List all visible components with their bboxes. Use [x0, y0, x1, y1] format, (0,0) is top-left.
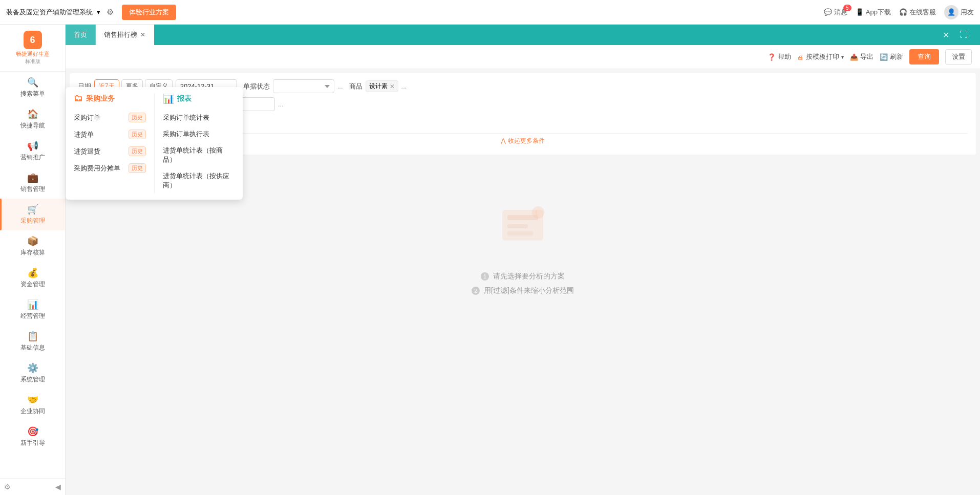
product-tag-close-icon[interactable]: ✕ [390, 83, 395, 90]
guide-icon: 🎯 [27, 426, 38, 437]
app-download-label: App下载 [866, 8, 891, 17]
sidebar-item-quicknav[interactable]: 🏠 快捷导航 [0, 103, 65, 135]
product-tag-text: 设计素 [369, 82, 388, 91]
sidebar-item-system[interactable]: ⚙️ 系统管理 [0, 357, 65, 389]
system-dropdown-trigger[interactable]: ▾ [97, 8, 100, 16]
export-button[interactable]: 📤 导出 [850, 52, 874, 61]
product-tag: 设计素 ✕ [366, 80, 398, 92]
product-label: 商品 [349, 82, 363, 91]
dropdown-item-stock-in-stats-supplier[interactable]: 进货单统计表（按供应商） [161, 168, 237, 193]
logo-icon: 6 [24, 31, 42, 49]
export-icon: 📤 [850, 53, 858, 61]
sidebar-item-basic[interactable]: 📋 基础信息 [0, 326, 65, 357]
basic-icon: 📋 [27, 331, 38, 342]
dropdown-item-stock-in-stats-product-label: 进货单统计表（按商品） [163, 146, 235, 164]
dropdown-item-stock-in-label: 进货单 [74, 130, 94, 139]
sidebar-item-sales[interactable]: 💼 销售管理 [0, 167, 65, 199]
trial-button[interactable]: 体验行业方案 [122, 5, 176, 20]
tab-expand-icon[interactable]: ⛶ [960, 30, 974, 39]
sidebar-collapse-btn[interactable]: ◀ [55, 483, 61, 491]
dropdown-section-purchase-business: 🗂 采购业务 采购订单 历史 进货单 历史 进货退货 历史 采购费用分摊单 历史 [66, 93, 155, 193]
message-badge: 5 [843, 5, 851, 11]
help-label: 帮助 [778, 52, 791, 61]
dropdown-item-purchase-order-exec[interactable]: 采购订单执行表 [161, 126, 237, 142]
sidebar-label-basic: 基础信息 [20, 343, 45, 352]
sidebar-item-finance[interactable]: 💰 资金管理 [0, 262, 65, 294]
dropdown-item-purchase-expense-badge: 历史 [129, 163, 146, 173]
help-button[interactable]: ❓ 帮助 [768, 52, 791, 61]
reports-icon: 📊 [163, 93, 174, 104]
dropdown-item-purchase-order[interactable]: 采购订单 历史 [72, 109, 148, 126]
message-icon-item[interactable]: 💬 消息 5 [824, 8, 847, 17]
sidebar-label-operation: 经营管理 [20, 312, 45, 320]
dropdown-section-1-label: 采购业务 [86, 94, 115, 103]
sidebar-item-purchase[interactable]: 🛒 采购管理 [0, 199, 65, 230]
sidebar-settings-btn[interactable]: ⚙ [4, 483, 11, 491]
page-toolbar: ❓ 帮助 🖨 按模板打印 ▾ 📤 导出 🔄 刷新 [66, 45, 980, 69]
sidebar-item-marketing[interactable]: 📢 营销推广 [0, 135, 65, 167]
sidebar-item-operation[interactable]: 📊 经营管理 [0, 294, 65, 326]
sidebar-label-sales: 销售管理 [20, 185, 45, 193]
user-item[interactable]: 👤 用友 [944, 5, 974, 19]
settings-button[interactable]: 设置 [945, 49, 972, 64]
svg-rect-2 [507, 224, 528, 228]
inventory-icon: 📦 [27, 235, 38, 247]
online-service-item[interactable]: 🎧 在线客服 [899, 8, 936, 17]
svg-rect-3 [507, 231, 533, 235]
purchase-icon: 🛒 [27, 204, 38, 215]
sidebar-item-search[interactable]: 🔍 搜索菜单 [0, 72, 65, 103]
sidebar-bottom: ⚙ ◀ [0, 478, 65, 495]
tab-close-icon[interactable]: ✕ [140, 31, 145, 38]
sidebar-item-enterprise[interactable]: 🤝 企业协同 [0, 389, 65, 421]
dropdown-item-purchase-order-stats[interactable]: 采购订单统计表 [161, 110, 237, 126]
tab-home[interactable]: 首页 [66, 25, 96, 45]
marketing-icon: 📢 [27, 140, 38, 152]
collapse-text: ⋀ 收起更多条件 [501, 137, 544, 144]
logo-line2: 标准版 [25, 58, 40, 65]
sidebar-item-inventory[interactable]: 📦 库存核算 [0, 230, 65, 262]
dropdown-section-1-title: 🗂 采购业务 [72, 93, 148, 104]
tab-home-label: 首页 [74, 30, 87, 39]
online-service-label: 在线客服 [909, 8, 936, 17]
sidebar-label-enterprise: 企业协同 [20, 407, 45, 416]
doc-status-select[interactable] [273, 79, 334, 93]
doc-status-dots[interactable]: ... [337, 82, 343, 90]
dropdown-item-stock-in[interactable]: 进货单 历史 [72, 126, 148, 143]
top-bar-right: 💬 消息 5 📱 App下载 🎧 在线客服 👤 用友 [824, 5, 974, 19]
sidebar-label-guide: 新手引导 [20, 439, 45, 447]
print-icon: 🖨 [797, 53, 804, 61]
query-button[interactable]: 查询 [909, 49, 939, 64]
operation-icon: 📊 [27, 299, 38, 310]
message-icon: 💬 [824, 8, 832, 16]
help-icon: ❓ [768, 53, 776, 61]
filter-product: 商品 设计素 ✕ ... [349, 80, 407, 92]
dropdown-item-purchase-expense[interactable]: 采购费用分摊单 历史 [72, 160, 148, 177]
dropdown-section-2-label: 报表 [177, 94, 191, 103]
enterprise-icon: 🤝 [27, 394, 38, 405]
dropdown-item-purchase-order-stats-label: 采购订单统计表 [163, 113, 209, 122]
top-bar-gear-icon[interactable]: ⚙ [106, 7, 114, 17]
doc-status-label: 单据状态 [243, 82, 270, 91]
tab-sales-ranking[interactable]: 销售排行榜 ✕ [96, 25, 154, 45]
phone-icon: 📱 [856, 8, 864, 16]
dropdown-section-reports: 📊 报表 采购订单统计表 采购订单执行表 进货单统计表（按商品） 进货单统计表（… [155, 93, 243, 193]
sidebar-label-search: 搜索菜单 [20, 90, 45, 98]
print-label: 按模板打印 [806, 52, 839, 61]
sidebar: 6 畅捷通好生意 标准版 🔍 搜索菜单 🏠 快捷导航 📢 营销推广 [0, 25, 66, 495]
print-button[interactable]: 🖨 按模板打印 ▾ [797, 52, 844, 61]
dropdown-item-stock-return[interactable]: 进货退货 历史 [72, 143, 148, 160]
dropdown-item-purchase-order-badge: 历史 [129, 113, 146, 122]
dropdown-item-stock-in-stats-product[interactable]: 进货单统计表（按商品） [161, 142, 237, 168]
dropdown-item-purchase-order-label: 采购订单 [74, 113, 100, 122]
app-download-item[interactable]: 📱 App下载 [856, 8, 891, 17]
sidebar-item-guide[interactable]: 🎯 新手引导 [0, 421, 65, 453]
username-label: 用友 [961, 8, 974, 17]
dropdown-item-stock-return-badge: 历史 [129, 146, 146, 156]
home-icon: 🏠 [27, 109, 38, 120]
salesman-dots[interactable]: ... [278, 100, 284, 108]
tab-close-all-icon[interactable]: ✕ [943, 30, 955, 40]
sidebar-nav: 🔍 搜索菜单 🏠 快捷导航 📢 营销推广 💼 销售管理 🛒 采购管 [0, 72, 65, 478]
purchase-business-icon: 🗂 [74, 93, 83, 104]
product-dots[interactable]: ... [401, 82, 407, 90]
refresh-button[interactable]: 🔄 刷新 [880, 52, 903, 61]
